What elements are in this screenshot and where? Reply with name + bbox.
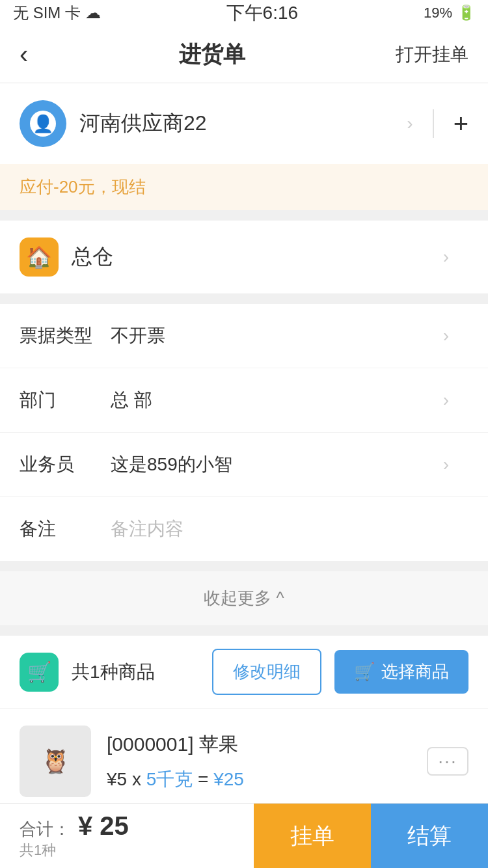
divider xyxy=(433,109,434,138)
back-button[interactable]: ‹ xyxy=(20,40,28,69)
remark-input[interactable]: 备注内容 xyxy=(111,517,468,541)
avatar: 👤 xyxy=(20,100,66,147)
chevron-right-icon: › xyxy=(407,113,413,134)
select-product-label: 选择商品 xyxy=(381,660,449,683)
total-amount: ¥ 25 xyxy=(78,811,129,841)
notice-banner: 应付-20元，现结 xyxy=(0,164,488,210)
total-label: 合计： xyxy=(20,818,70,841)
open-hang-button[interactable]: 打开挂单 xyxy=(396,42,468,67)
dept-value: 总 部 xyxy=(111,388,443,413)
unit-price: ¥5 xyxy=(107,769,127,789)
hang-order-button[interactable]: 挂单 xyxy=(254,804,371,868)
equals-sign: = xyxy=(198,769,213,789)
battery-status: 19% xyxy=(424,5,452,21)
checkout-button[interactable]: 结算 xyxy=(371,804,488,868)
status-time: 下午6:16 xyxy=(226,1,299,25)
status-bar: 无 SIM 卡 ☁ 下午6:16 19% 🔋 xyxy=(0,0,488,26)
warehouse-section: 🏠 总仓 › xyxy=(0,221,488,293)
chevron-right-icon: › xyxy=(443,325,449,346)
product-name: [0000001] 苹果 xyxy=(107,731,427,758)
invoice-type-row[interactable]: 票据类型 不开票 › xyxy=(0,304,488,368)
products-count: 共1种商品 xyxy=(72,660,212,685)
status-left: 无 SIM 卡 ☁ xyxy=(13,3,101,23)
edit-detail-button[interactable]: 修改明细 xyxy=(212,649,321,695)
collapse-label: 收起更多 ^ xyxy=(204,587,284,610)
battery-icon: 🔋 xyxy=(457,5,475,21)
sales-value: 这是859的小智 xyxy=(111,452,443,477)
bottom-bar: 合计： ¥ 25 共1种 挂单 结算 xyxy=(0,803,488,868)
sales-label: 业务员 xyxy=(20,452,111,477)
dept-label: 部门 xyxy=(20,388,111,413)
add-supplier-button[interactable]: + xyxy=(454,111,468,137)
products-header: 🛒 共1种商品 修改明细 🛒 选择商品 xyxy=(0,636,488,709)
chevron-right-icon: › xyxy=(443,390,449,411)
nav-bar: ‹ 进货单 打开挂单 xyxy=(0,26,488,83)
chevron-right-icon: › xyxy=(443,247,449,267)
product-thumbnail: 🦉 xyxy=(20,726,91,797)
quantity: 5千克 xyxy=(146,769,193,789)
select-product-button[interactable]: 🛒 选择商品 xyxy=(334,650,468,694)
main-content: 👤 河南供应商22 › + 应付-20元，现结 🏠 总仓 › 票据类型 不开票 … xyxy=(0,83,488,868)
page-title: 进货单 xyxy=(179,40,245,70)
bag-icon: 🛒 xyxy=(27,660,51,683)
chevron-right-icon: › xyxy=(443,454,449,475)
warehouse-name: 总仓 xyxy=(72,243,443,271)
product-item: 🦉 [0000001] 苹果 ¥5 x 5千克 = ¥25 ··· xyxy=(0,709,488,814)
collapse-bar[interactable]: 收起更多 ^ xyxy=(0,571,488,625)
product-info: [0000001] 苹果 ¥5 x 5千克 = ¥25 xyxy=(107,731,427,792)
products-icon-wrap: 🛒 xyxy=(20,653,59,692)
warehouse-row[interactable]: 🏠 总仓 › xyxy=(0,221,488,293)
form-section: 票据类型 不开票 › 部门 总 部 › 业务员 这是859的小智 › 备注 备注… xyxy=(0,304,488,561)
subtotal: ¥25 xyxy=(213,769,244,789)
invoice-value: 不开票 xyxy=(111,323,443,348)
invoice-label: 票据类型 xyxy=(20,323,111,348)
multiply-sign: x xyxy=(132,769,146,789)
warehouse-icon: 🏠 xyxy=(26,245,52,269)
sales-row[interactable]: 业务员 这是859的小智 › xyxy=(0,433,488,497)
sim-status: 无 SIM 卡 ☁ xyxy=(13,3,101,23)
total-count: 共1种 xyxy=(20,841,234,860)
supplier-section: 👤 河南供应商22 › + 应付-20元，现结 xyxy=(0,83,488,210)
supplier-row[interactable]: 👤 河南供应商22 › + xyxy=(0,83,488,164)
cart-icon: 🛒 xyxy=(354,662,375,682)
dept-row[interactable]: 部门 总 部 › xyxy=(0,368,488,433)
product-logo-icon: 🦉 xyxy=(41,748,70,775)
remark-label: 备注 xyxy=(20,517,111,541)
user-icon: 👤 xyxy=(30,111,56,137)
warehouse-icon-wrap: 🏠 xyxy=(20,237,59,277)
supplier-name: 河南供应商22 xyxy=(79,109,407,138)
status-right: 19% 🔋 xyxy=(424,5,475,21)
total-section: 合计： ¥ 25 共1种 xyxy=(0,804,254,868)
product-more-button[interactable]: ··· xyxy=(427,747,468,776)
product-price: ¥5 x 5千克 = ¥25 xyxy=(107,767,427,792)
remark-row[interactable]: 备注 备注内容 xyxy=(0,497,488,561)
products-section: 🛒 共1种商品 修改明细 🛒 选择商品 🦉 [0000001] 苹果 ¥5 x … xyxy=(0,636,488,814)
